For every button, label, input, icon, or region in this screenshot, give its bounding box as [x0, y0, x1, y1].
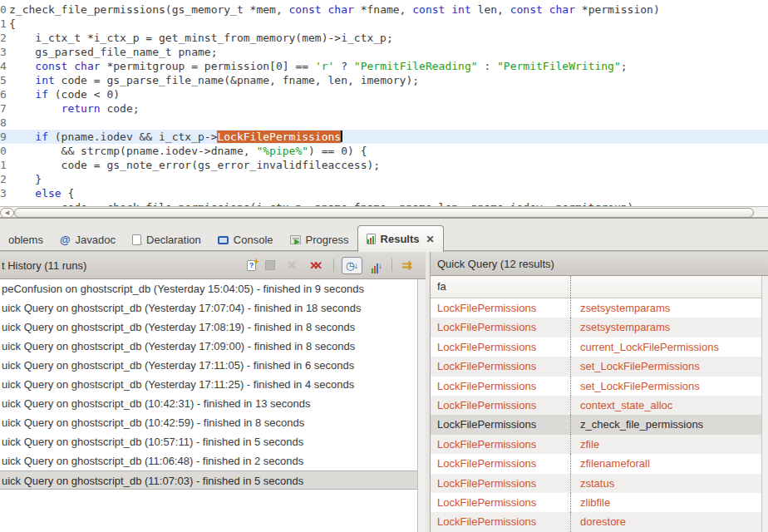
code-line[interactable]: 7 return code; [0, 101, 768, 116]
result-cell-element[interactable]: LockFilePermissions [431, 474, 570, 493]
result-cell-location[interactable]: context_state_alloc [570, 396, 768, 415]
code-token: *permitgroup = permission[0] == [101, 60, 315, 72]
history-scrollbar-track[interactable] [417, 279, 426, 532]
result-cell-element[interactable]: LockFilePermissions [431, 298, 570, 318]
result-cell-element[interactable]: LockFilePermissions [431, 415, 570, 434]
stop-icon[interactable] [263, 257, 278, 273]
line-number: 7 [0, 101, 9, 116]
question-mark: ? [249, 261, 254, 270]
result-row[interactable]: LockFilePermissionsz_check_file_permissi… [431, 415, 768, 434]
result-cell-element[interactable]: LockFilePermissions [431, 377, 570, 396]
tab-javadoc[interactable]: @Javadoc [52, 229, 124, 251]
result-cell-location[interactable]: set_LockFilePermissions [570, 357, 768, 376]
result-row[interactable]: LockFilePermissionsset_LockFilePermissio… [431, 357, 768, 376]
code-line[interactable]: 1 code = gs_note_error(gs_error_invalidf… [0, 158, 768, 172]
result-cell-location[interactable]: set_LockFilePermissions [570, 377, 768, 396]
history-row[interactable]: uick Query on ghostscript_db (Yesterday … [0, 356, 426, 375]
progress-arrow: ▶ [294, 239, 299, 245]
remove-all-icon[interactable]: ✕✕ [307, 257, 326, 273]
result-row[interactable]: LockFilePermissionsset_LockFilePermissio… [431, 377, 768, 396]
results-filter-input[interactable]: fa [431, 276, 570, 298]
result-cell-location[interactable]: zfile [570, 435, 768, 454]
tab-label: Declaration [146, 234, 201, 246]
code-line[interactable]: 3 gs_parsed_file_name_t pname; [0, 45, 768, 59]
tab-declaration[interactable]: →Declaration [124, 229, 209, 251]
code-line[interactable]: 6 if (code < 0) [0, 87, 768, 101]
result-cell-element[interactable]: LockFilePermissions [431, 337, 570, 357]
code-text: i_ctx_t *i_ctx_p = get_minst_from_memory… [9, 31, 393, 45]
results-filter-input-col2[interactable] [570, 276, 768, 298]
tab-label: Progress [306, 234, 349, 246]
code-token: "PermitFileWriting" [497, 60, 621, 72]
code-editor[interactable]: 0z_check_file_permissions(gs_memory_t *m… [0, 0, 768, 209]
code-line[interactable]: 2 i_ctx_t *i_ctx_p = get_minst_from_memo… [0, 31, 768, 45]
history-row[interactable]: uick Query on ghostscript_db (Yesterday … [0, 337, 426, 356]
code-line[interactable]: 4 const char *permitgroup = permission[0… [0, 59, 768, 73]
code-line[interactable]: 9 if (pname.iodev && i_ctx_p->LockFilePe… [0, 130, 768, 144]
history-row[interactable]: uick Query on ghostscript_db (10:42:59) … [0, 413, 426, 432]
result-row[interactable]: LockFilePermissionszfilenameforall [431, 454, 768, 473]
result-cell-element[interactable]: LockFilePermissions [431, 396, 570, 415]
result-row[interactable]: LockFilePermissionscurrent_LockFilePermi… [431, 337, 768, 357]
rerun-icon[interactable]: ⇉ [400, 257, 414, 273]
chart-bar [374, 266, 376, 273]
history-row[interactable]: uick Query on ghostscript_db (11:06:48) … [0, 451, 426, 470]
new-query-icon[interactable]: ?+ [247, 260, 256, 271]
result-row[interactable]: LockFilePermissionszsetsystemparams [431, 298, 768, 318]
result-cell-location[interactable]: zlibfile [570, 493, 768, 512]
history-row[interactable]: peConfusion on ghostscript_db (Yesterday… [0, 279, 426, 298]
results-scrollbar-track[interactable] [761, 276, 768, 532]
code-line[interactable]: 0 && strcmp(pname.iodev->dname, "%pipe%"… [0, 144, 768, 158]
scroll-left-button[interactable]: ◀ [0, 208, 14, 218]
code-text: && strcmp(pname.iodev->dname, "%pipe%") … [9, 144, 367, 158]
result-cell-location[interactable]: current_LockFilePermissions [570, 337, 768, 357]
result-cell-location[interactable]: zstatus [570, 474, 768, 493]
code-token: *fname, [354, 3, 412, 16]
code-token: if [35, 88, 48, 101]
line-number: 9 [0, 130, 9, 144]
sort-time-icon[interactable]: ◷↓ [342, 257, 362, 274]
history-row[interactable]: uick Query on ghostscript_db (10:57:11) … [0, 432, 426, 451]
down-arrow: ↓ [354, 261, 358, 270]
result-cell-element[interactable]: LockFilePermissions [431, 493, 570, 512]
history-row[interactable]: uick Query on ghostscript_db (Yesterday … [0, 318, 426, 337]
result-row[interactable]: LockFilePermissionszstatus [431, 474, 768, 493]
history-row[interactable]: uick Query on ghostscript_db (11:07:03) … [0, 470, 426, 490]
history-row[interactable]: uick Query on ghostscript_db (Yesterday … [0, 375, 426, 394]
tab-results[interactable]: Results✕ [357, 225, 444, 252]
close-icon[interactable]: ✕ [426, 234, 435, 245]
result-cell-element[interactable]: LockFilePermissions [431, 454, 570, 473]
result-row[interactable]: LockFilePermissionsdorestore [431, 512, 768, 531]
result-cell-location[interactable]: zfilenameforall [570, 454, 768, 473]
tab-console[interactable]: Console [209, 229, 282, 251]
editor-horizontal-scrollbar[interactable]: ◀ [0, 206, 768, 218]
quick-query-header: Quick Query (12 results) [431, 251, 768, 276]
result-cell-element[interactable]: LockFilePermissions [431, 318, 570, 337]
code-line[interactable]: 0z_check_file_permissions(gs_memory_t *m… [0, 2, 768, 17]
result-cell-element[interactable]: LockFilePermissions [431, 435, 570, 454]
code-line[interactable]: 5 int code = gs_parse_file_name(&pname, … [0, 73, 768, 87]
scrollbar-thumb[interactable] [14, 208, 754, 218]
result-row[interactable]: LockFilePermissionszfile [431, 435, 768, 454]
tab-oblems[interactable]: oblems [0, 229, 52, 251]
code-line[interactable]: 2 } [0, 172, 768, 186]
stop-square [265, 260, 275, 270]
tab-progress[interactable]: ▶Progress [282, 229, 357, 251]
result-row[interactable]: LockFilePermissionszlibfile [431, 493, 768, 512]
result-cell-location[interactable]: zsetsystemparams [570, 298, 768, 318]
code-line[interactable]: 1{ [0, 17, 768, 31]
remove-icon[interactable]: ✕ [285, 257, 299, 273]
result-bar [372, 236, 374, 244]
result-cell-location[interactable]: z_check_file_permissions [570, 415, 768, 434]
history-row[interactable]: uick Query on ghostscript_db (Yesterday … [0, 298, 426, 318]
result-row[interactable]: LockFilePermissionszsetsystemparams [431, 318, 768, 337]
history-row[interactable]: uick Query on ghostscript_db (10:42:31) … [0, 394, 426, 413]
result-row[interactable]: LockFilePermissionscontext_state_alloc [431, 396, 768, 415]
result-cell-element[interactable]: LockFilePermissions [431, 357, 570, 376]
result-cell-element[interactable]: LockFilePermissions [431, 512, 570, 531]
result-cell-location[interactable]: zsetsystemparams [570, 318, 768, 337]
code-line[interactable]: 3 else { [0, 186, 768, 200]
code-line[interactable]: 8 [0, 116, 768, 130]
result-cell-location[interactable]: dorestore [570, 512, 768, 531]
sort-results-icon[interactable]: ↓ [370, 257, 384, 273]
